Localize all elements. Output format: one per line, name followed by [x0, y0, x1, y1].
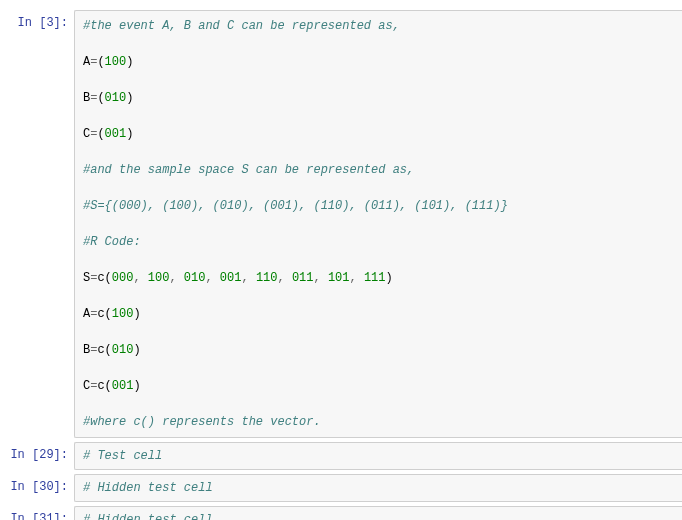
code-token: c [97, 307, 104, 321]
code-token: #and the sample space S can be represent… [83, 163, 414, 177]
code-line: #and the sample space S can be represent… [83, 161, 674, 179]
code-token: ( [97, 91, 104, 105]
code-input-area[interactable]: # Hidden test cell [74, 474, 682, 502]
code-token: 100 [105, 55, 127, 69]
code-token: ) [133, 379, 140, 393]
code-input-area[interactable]: # Test cell [74, 442, 682, 470]
code-token: , [277, 271, 291, 285]
code-token: 110 [256, 271, 278, 285]
code-line: B=c(010) [83, 341, 674, 359]
code-line [83, 179, 674, 197]
code-line: S=c(000, 100, 010, 001, 110, 011, 101, 1… [83, 269, 674, 287]
input-prompt: In [31]: [0, 506, 74, 520]
code-line: #S={(000), (100), (010), (001), (110), (… [83, 197, 674, 215]
input-prompt: In [29]: [0, 442, 74, 462]
code-cell: In [31]: # Hidden test cell [0, 506, 682, 520]
code-line [83, 359, 674, 377]
code-token: , [314, 271, 328, 285]
code-line [83, 395, 674, 413]
code-line [83, 71, 674, 89]
code-token: # Hidden test cell [83, 481, 213, 495]
code-token: ) [126, 91, 133, 105]
jupyter-notebook: In [3]: #the event A, B and C can be rep… [0, 0, 682, 520]
code-token: ) [126, 127, 133, 141]
code-line [83, 323, 674, 341]
code-token: 010 [105, 91, 127, 105]
code-token: ( [97, 55, 104, 69]
code-token: c [97, 271, 104, 285]
code-token: 100 [112, 307, 134, 321]
code-line [83, 143, 674, 161]
code-token: , [205, 271, 219, 285]
code-input-area[interactable]: # Hidden test cell [74, 506, 682, 520]
code-token: c [97, 379, 104, 393]
code-token: , [350, 271, 364, 285]
code-token: ) [386, 271, 393, 285]
code-token: # Test cell [83, 449, 162, 463]
code-token: ( [105, 343, 112, 357]
code-token: 011 [292, 271, 314, 285]
code-token: c [97, 343, 104, 357]
code-token: ( [105, 271, 112, 285]
code-line: #the event A, B and C can be represented… [83, 17, 674, 35]
code-line [83, 35, 674, 53]
code-token: , [133, 271, 147, 285]
code-line: #where c() represents the vector. [83, 413, 674, 431]
code-cell: In [30]: # Hidden test cell [0, 474, 682, 502]
code-token: ) [133, 343, 140, 357]
input-prompt: In [3]: [0, 10, 74, 30]
code-line [83, 287, 674, 305]
code-token: #S={(000), (100), (010), (001), (110), (… [83, 199, 508, 213]
code-cell: In [3]: #the event A, B and C can be rep… [0, 10, 682, 438]
code-token: 010 [112, 343, 134, 357]
code-token: 000 [112, 271, 134, 285]
code-token: 101 [328, 271, 350, 285]
code-token: ( [105, 379, 112, 393]
code-token: 010 [184, 271, 206, 285]
code-line [83, 251, 674, 269]
code-token: #the event A, B and C can be represented… [83, 19, 400, 33]
input-prompt: In [30]: [0, 474, 74, 494]
code-token: ( [97, 127, 104, 141]
code-line: A=(100) [83, 53, 674, 71]
code-line: A=c(100) [83, 305, 674, 323]
code-line [83, 215, 674, 233]
code-line: B=(010) [83, 89, 674, 107]
code-token: 001 [105, 127, 127, 141]
code-line: #R Code: [83, 233, 674, 251]
code-token: #R Code: [83, 235, 141, 249]
code-line [83, 107, 674, 125]
code-line: # Hidden test cell [83, 511, 674, 520]
code-token: ) [133, 307, 140, 321]
code-token: 100 [148, 271, 170, 285]
code-input-area[interactable]: #the event A, B and C can be represented… [74, 10, 682, 438]
code-token: 001 [220, 271, 242, 285]
code-line: C=(001) [83, 125, 674, 143]
code-token: ( [105, 307, 112, 321]
code-token: , [241, 271, 255, 285]
code-token: 111 [364, 271, 386, 285]
code-line: # Test cell [83, 447, 674, 465]
code-token: # Hidden test cell [83, 513, 213, 520]
code-token: 001 [112, 379, 134, 393]
code-cell: In [29]: # Test cell [0, 442, 682, 470]
code-line: # Hidden test cell [83, 479, 674, 497]
code-token: #where c() represents the vector. [83, 415, 321, 429]
code-token: , [169, 271, 183, 285]
code-token: ) [126, 55, 133, 69]
code-line: C=c(001) [83, 377, 674, 395]
